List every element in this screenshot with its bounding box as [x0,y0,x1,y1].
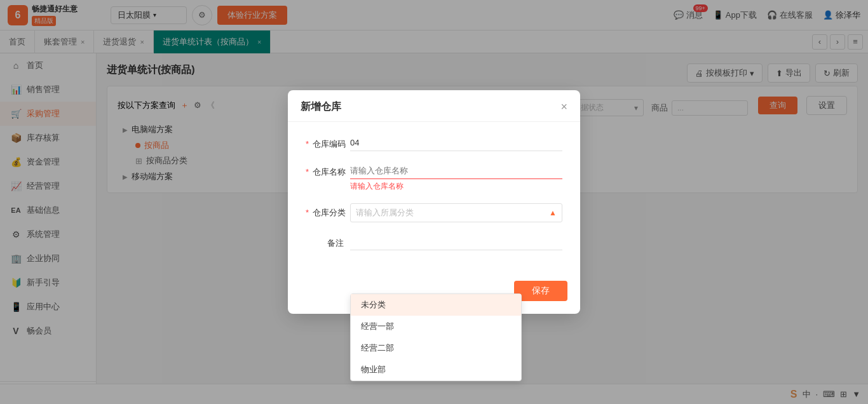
note-label: 备注 [306,234,350,249]
note-field [350,234,562,250]
category-label: * 仓库分类 [306,203,350,219]
modal-title: 新增仓库 [301,100,341,114]
modal-close-button[interactable]: × [560,100,567,114]
name-input[interactable] [350,163,562,179]
code-input[interactable] [350,135,562,151]
name-label: * 仓库名称 [306,163,350,178]
code-label: * 仓库编码 [306,135,350,150]
category-dropdown[interactable]: 请输入所属分类 ▲ [350,203,562,222]
category-field: 请输入所属分类 ▲ [350,203,562,222]
dropdown-item-2[interactable]: 经营二部 [351,337,521,359]
note-field-row: 备注 [306,234,562,250]
dropdown-item-3[interactable]: 物业部 [351,359,521,380]
code-field [350,135,562,151]
note-input[interactable] [350,234,562,250]
dropdown-item-0[interactable]: 未分类 [351,294,521,316]
dropdown-item-1[interactable]: 经营一部 [351,316,521,337]
category-dropdown-list: 未分类 经营一部 经营二部 物业部 [350,293,522,381]
name-field-row: * 仓库名称 请输入仓库名称 [306,163,562,192]
code-field-row: * 仓库编码 [306,135,562,151]
name-error-tip: 请输入仓库名称 [350,181,562,192]
save-button[interactable]: 保存 [514,281,567,301]
category-field-row: * 仓库分类 请输入所属分类 ▲ [306,203,562,222]
modal-body: * 仓库编码 * 仓库名称 请输入仓库名称 [288,122,580,274]
new-warehouse-modal: 新增仓库 × * 仓库编码 * 仓库名称 [288,90,580,314]
name-field: 请输入仓库名称 [350,163,562,192]
modal-overlay[interactable]: 新增仓库 × * 仓库编码 * 仓库名称 [0,0,868,404]
modal-header: 新增仓库 × [288,90,580,122]
chevron-up-icon: ▲ [549,208,557,217]
